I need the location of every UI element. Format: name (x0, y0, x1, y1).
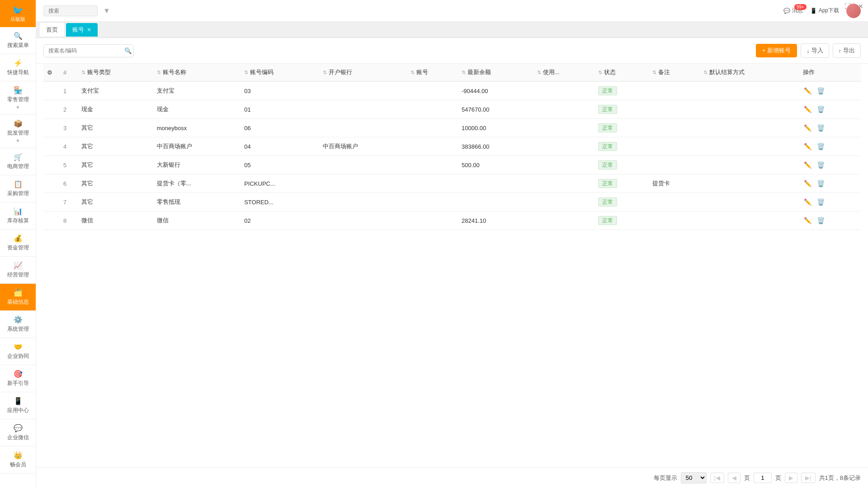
retail-icon: 🏪 (14, 86, 23, 94)
purchase-icon: 📋 (14, 180, 23, 188)
col-bank[interactable]: 开户银行 (319, 64, 406, 81)
member-icon: 👑 (14, 451, 23, 460)
delete-button[interactable]: 🗑️ (816, 105, 826, 114)
col-status[interactable]: 状态 (594, 64, 648, 81)
edit-button[interactable]: ✏️ (803, 197, 812, 206)
edit-button[interactable]: ✏️ (803, 160, 812, 169)
delete-button[interactable]: 🗑️ (816, 179, 826, 188)
first-page-button[interactable]: |◀ (710, 473, 724, 483)
col-settings[interactable]: ⚙ (43, 64, 60, 81)
tab-maximize-icon[interactable]: ⛶ (842, 2, 854, 11)
edit-button[interactable]: ✏️ (803, 123, 812, 132)
cell-account (407, 156, 458, 174)
col-balance[interactable]: 最新余额 (458, 64, 533, 81)
per-page-select[interactable]: 50 100 (681, 472, 707, 483)
col-name[interactable]: 账号名称 (153, 64, 241, 81)
status-badge: 正常 (598, 142, 617, 151)
edit-button[interactable]: ✏️ (803, 179, 812, 188)
table-body: 1 支付宝 支付宝 03 -90444.00 正常 ✏️ 🗑️ 2 现金 现金 … (43, 81, 861, 230)
cell-usage (533, 119, 595, 137)
cell-settings (43, 137, 60, 156)
guide-icon: 🎯 (14, 370, 23, 378)
col-account[interactable]: 账号 (407, 64, 458, 81)
sidebar-item-operations[interactable]: 📈 经营管理 (0, 257, 36, 284)
search-button[interactable]: 🔍 (121, 45, 134, 57)
sidebar-item-member[interactable]: 👑 畅会员 (0, 446, 36, 474)
sidebar-label-wholesale: 批发管理 (7, 129, 29, 137)
col-code[interactable]: 账号编码 (241, 64, 319, 81)
delete-button[interactable]: 🗑️ (816, 86, 826, 95)
action-buttons: ✏️ 🗑️ (803, 179, 857, 188)
sidebar-item-ecommerce[interactable]: 🛒 电商管理 (0, 148, 36, 175)
system-icon: ⚙️ (14, 315, 23, 324)
cell-name: 提货卡（零... (153, 174, 241, 193)
import-button[interactable]: ↓ 导入 (801, 43, 829, 58)
cell-num: 2 (60, 100, 78, 119)
action-buttons: ✏️ 🗑️ (803, 197, 857, 206)
cell-status: 正常 (594, 211, 648, 230)
sidebar-item-enterprise[interactable]: 🤝 企业协同 (0, 338, 36, 365)
page-input[interactable] (754, 473, 772, 483)
cell-balance: 28241.10 (458, 211, 533, 230)
delete-button[interactable]: 🗑️ (816, 216, 826, 225)
sidebar-item-wholesale[interactable]: 📦 批发管理 ▼ (0, 115, 36, 148)
delete-button[interactable]: 🗑️ (816, 160, 826, 169)
app-download-button[interactable]: 📱 App下载 (810, 7, 839, 14)
col-usage[interactable]: 使用... (533, 64, 595, 81)
col-settlement[interactable]: 默认结算方式 (700, 64, 799, 81)
add-account-button[interactable]: + 新增账号 (756, 44, 797, 57)
sidebar-item-basic-info[interactable]: 🗂️ 基础信息 (0, 284, 36, 311)
cell-code: PICKUPC... (241, 174, 319, 193)
delete-button[interactable]: 🗑️ (816, 123, 826, 132)
edit-button[interactable]: ✏️ (803, 86, 812, 95)
tab-close-icon[interactable]: ✕ (87, 27, 91, 33)
edit-button[interactable]: ✏️ (803, 216, 812, 225)
page-label: 页 (744, 474, 750, 482)
dropdown-icon[interactable]: ▼ (103, 7, 110, 15)
edit-button[interactable]: ✏️ (803, 105, 812, 114)
cell-type: 微信 (78, 211, 153, 230)
logo-area: 🐦 乐版版 (0, 0, 36, 27)
sidebar-item-search[interactable]: 🔍 搜索菜单 (0, 27, 36, 54)
sidebar-item-retail[interactable]: 🏪 零售管理 ▼ (0, 81, 36, 115)
action-buttons: ✏️ 🗑️ (803, 142, 857, 151)
tab-bar-controls: ⛶ ✕ (842, 2, 866, 11)
action-buttons: ✏️ 🗑️ (803, 105, 857, 114)
sidebar-item-purchase[interactable]: 📋 采购管理 (0, 175, 36, 202)
cell-bank (319, 174, 406, 193)
tab-account[interactable]: 账号 ✕ (66, 23, 98, 37)
col-remark[interactable]: 备注 (649, 64, 700, 81)
search-input[interactable] (44, 45, 121, 56)
logo-icon: 🐦 (12, 5, 24, 16)
cell-remark (649, 156, 700, 174)
tab-home[interactable]: 首页 (40, 23, 64, 37)
message-button[interactable]: 💬 消息 99+ (783, 7, 803, 14)
top-search-input[interactable] (43, 5, 98, 16)
cell-remark (649, 193, 700, 211)
sidebar-item-quicknav[interactable]: ⚡ 快捷导航 (0, 54, 36, 81)
col-type[interactable]: 账号类型 (78, 64, 153, 81)
cell-remark (649, 137, 700, 156)
cell-actions: ✏️ 🗑️ (799, 211, 861, 230)
status-badge: 正常 (598, 197, 617, 206)
prev-page-button[interactable]: ◀ (728, 473, 741, 483)
sidebar-label-member: 畅会员 (10, 461, 26, 469)
sidebar-item-guide[interactable]: 🎯 新手引导 (0, 365, 36, 392)
cell-remark (649, 100, 700, 119)
sidebar-item-finance[interactable]: 💰 资金管理 (0, 230, 36, 257)
next-page-button[interactable]: ▶ (785, 473, 797, 483)
sidebar-item-system[interactable]: ⚙️ 系统管理 (0, 311, 36, 338)
sidebar-item-corpwechat[interactable]: 💬 企业微信 (0, 419, 36, 446)
delete-button[interactable]: 🗑️ (816, 197, 826, 206)
cell-type: 其它 (78, 137, 153, 156)
table-wrap: ⚙ # 账号类型 账号名称 账号编码 开户银行 账号 最新余额 使用... 状态… (36, 64, 868, 467)
last-page-button[interactable]: ▶| (801, 473, 815, 483)
edit-button[interactable]: ✏️ (803, 142, 812, 151)
cell-remark (649, 81, 700, 100)
finance-icon: 💰 (14, 234, 23, 243)
tab-close-all-icon[interactable]: ✕ (855, 2, 866, 11)
delete-button[interactable]: 🗑️ (816, 142, 826, 151)
export-button[interactable]: ↑ 导出 (833, 43, 861, 58)
sidebar-item-inventory[interactable]: 📊 库存核算 (0, 202, 36, 230)
sidebar-item-appcenter[interactable]: 📱 应用中心 (0, 392, 36, 419)
